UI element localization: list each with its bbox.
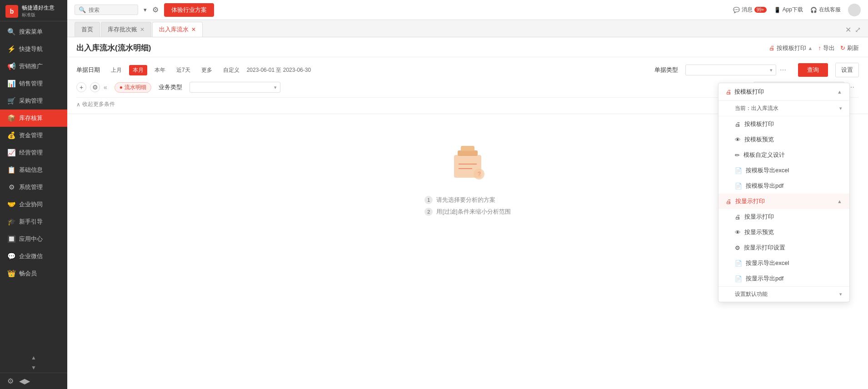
display-print-icon: 🖨 xyxy=(735,214,741,220)
dropdown-header: 🖨 按模板打印 ▲ xyxy=(718,83,849,101)
biz-type-select[interactable] xyxy=(190,82,280,93)
settings-btn[interactable]: 设置 xyxy=(835,63,859,77)
date-btn-custom[interactable]: 自定义 xyxy=(219,65,243,75)
tab-home-label: 首页 xyxy=(81,25,93,34)
doc-type-more[interactable]: ⋯ xyxy=(780,66,786,74)
sidebar-inventory-label: 库存核算 xyxy=(19,114,43,122)
dropdown-template-preview[interactable]: 👁 按模板预览 xyxy=(718,132,849,147)
filter-row-1: 单据日期 上月 本月 本年 近7天 更多 自定义 2023-06-01 至 20… xyxy=(76,63,859,77)
condition-settings-btn[interactable]: ⚙ xyxy=(90,82,100,92)
filter-tag-flow[interactable]: ● 流水明细 xyxy=(115,82,151,93)
dropdown-template-export-excel[interactable]: 📄 按模板导出excel xyxy=(718,163,849,178)
content-area: 出入库流水(流水明细) 🖨 按模板打印 ▲ ↑ 导出 ↻ 刷新 xyxy=(67,37,868,389)
dropdown-print-icon: 🖨 xyxy=(726,89,732,95)
dropdown-template-export-pdf[interactable]: 📄 按模板导出pdf xyxy=(718,178,849,194)
date-btn-7days[interactable]: 近7天 xyxy=(173,65,194,75)
filter-tag-icon: ● xyxy=(120,84,123,90)
dropdown-display-settings[interactable]: ⚙ 按显示打印设置 xyxy=(718,240,849,255)
sidebar-item-marketing[interactable]: 📢营销推广 xyxy=(0,58,67,75)
current-chevron[interactable]: ▾ xyxy=(839,105,842,111)
biz-type-select-wrap xyxy=(190,82,280,93)
collapse-icon[interactable]: ◀▶ xyxy=(19,377,30,385)
dropdown-display-section[interactable]: 🖨 按显示打印 ▲ xyxy=(718,194,849,209)
app-name: 畅捷通好生意 xyxy=(22,5,55,12)
sidebar-system-label: 系统管理 xyxy=(19,183,43,191)
add-condition-btn[interactable]: + xyxy=(76,82,86,92)
date-btn-this-month[interactable]: 本月 xyxy=(129,65,147,75)
template-export-excel-label: 按模板导出excel xyxy=(746,166,789,175)
template-preview-label: 按模板预览 xyxy=(744,135,774,144)
sidebar-item-purchase[interactable]: 🛒采购管理 xyxy=(0,92,67,110)
tab-flow-close[interactable]: ✕ xyxy=(191,26,196,33)
dropdown-header-chevron[interactable]: ▲ xyxy=(837,89,842,95)
sidebar-purchase-icon: 🛒 xyxy=(7,97,15,105)
sidebar-finance-label: 资金管理 xyxy=(19,131,43,140)
tab-expand[interactable]: ⤢ xyxy=(855,25,861,34)
app-download-btn[interactable]: 📱 App下载 xyxy=(774,6,803,14)
sidebar-guide-icon: 🎓 xyxy=(7,218,15,226)
template-preview-icon: 👁 xyxy=(735,136,741,143)
date-btn-last-month[interactable]: 上月 xyxy=(107,65,125,75)
footer-chevron: ▾ xyxy=(839,291,842,297)
sidebar-item-sales[interactable]: 📊销售管理 xyxy=(0,75,67,92)
topbar-gear-icon[interactable]: ⚙ xyxy=(152,5,159,14)
sidebar-item-inventory[interactable]: 📦库存核算 xyxy=(0,110,67,127)
sidebar-operations-label: 经营管理 xyxy=(19,149,43,157)
sidebar-item-operations[interactable]: 📈经营管理 xyxy=(0,144,67,161)
date-btn-this-year[interactable]: 本年 xyxy=(151,65,169,75)
collapse-arrow-icon: ∧ xyxy=(76,101,80,108)
dropdown-template-print[interactable]: 🖨 按模板打印 xyxy=(718,116,849,132)
display-settings-icon: ⚙ xyxy=(735,244,740,251)
dropdown-display-excel[interactable]: 📄 按显示导出excel xyxy=(718,255,849,271)
print-template-btn[interactable]: 🖨 按模板打印 ▲ xyxy=(769,44,813,52)
dropdown-template-custom[interactable]: ✏ 模板自定义设计 xyxy=(718,147,849,163)
search-box[interactable]: 🔍 xyxy=(75,5,138,15)
refresh-btn[interactable]: ↻ 刷新 xyxy=(840,44,859,52)
messages-label: 消息 xyxy=(742,6,753,14)
display-preview-icon: 👁 xyxy=(735,229,741,236)
tab-flow[interactable]: 出入库流水 ✕ xyxy=(152,22,203,37)
display-section-chevron[interactable]: ▲ xyxy=(837,199,842,204)
sidebar-item-guide[interactable]: 🎓新手引导 xyxy=(0,213,67,230)
filter-add-btns: + ⚙ « xyxy=(76,82,107,92)
sidebar-item-system[interactable]: ⚙系统管理 xyxy=(0,179,67,196)
tab-batch-close[interactable]: ✕ xyxy=(140,26,145,33)
user-avatar[interactable] xyxy=(848,4,861,16)
tab-home[interactable]: 首页 xyxy=(75,22,100,37)
sidebar-item-collab[interactable]: 🤝企业协同 xyxy=(0,196,67,213)
sidebar-item-finance[interactable]: 💰资金管理 xyxy=(0,127,67,144)
sidebar-item-quick-nav[interactable]: ⚡快捷导航 xyxy=(0,40,67,58)
dropdown-display-pdf[interactable]: 📄 按显示导出pdf xyxy=(718,271,849,286)
settings-icon[interactable]: ⚙ xyxy=(7,377,14,385)
industry-btn[interactable]: 体验行业方案 xyxy=(164,3,214,17)
tip-num-2: 2 xyxy=(424,208,433,216)
export-btn[interactable]: ↑ 导出 xyxy=(818,44,835,52)
sidebar-wechat-label: 企业微信 xyxy=(19,252,43,260)
dropdown-display-preview[interactable]: 👁 按显示预览 xyxy=(718,224,849,240)
sidebar-item-vip[interactable]: 👑畅会员 xyxy=(0,265,67,282)
doc-type-select[interactable] xyxy=(685,65,776,75)
messages-btn[interactable]: 💬 消息 99+ xyxy=(733,6,767,14)
print-template-label: 按模板打印 xyxy=(777,44,806,52)
tab-close-all[interactable]: ✕ xyxy=(845,25,851,34)
date-btn-more[interactable]: 更多 xyxy=(198,65,216,75)
page-header: 出入库流水(流水明细) 🖨 按模板打印 ▲ ↑ 导出 ↻ 刷新 xyxy=(67,37,868,57)
template-custom-label: 模板自定义设计 xyxy=(743,151,785,159)
tab-flow-label: 出入库流水 xyxy=(159,25,189,34)
sidebar-item-apps[interactable]: 🔲应用中心 xyxy=(0,230,67,248)
dropdown-display-print[interactable]: 🖨 按显示打印 xyxy=(718,209,849,224)
topbar-dropdown-arrow[interactable]: ▾ xyxy=(144,6,147,13)
sidebar-item-search[interactable]: 🔍搜索菜单 xyxy=(0,23,67,40)
search-input[interactable] xyxy=(89,7,134,13)
svg-text:?: ? xyxy=(478,171,481,177)
sidebar-quick-nav-label: 快捷导航 xyxy=(19,45,43,53)
online-service-btn[interactable]: 🎧 在线客服 xyxy=(810,6,841,14)
query-btn[interactable]: 查询 xyxy=(798,63,828,77)
collapse-conditions-btn[interactable]: « xyxy=(104,84,107,91)
sidebar-item-basic[interactable]: 📋基础信息 xyxy=(0,161,67,179)
sidebar-scroll-up[interactable]: ▲ xyxy=(0,353,67,363)
sidebar-scroll-down[interactable]: ▼ xyxy=(0,363,67,373)
sidebar-item-wechat[interactable]: 💬企业微信 xyxy=(0,248,67,265)
dropdown-footer[interactable]: 设置默认功能 ▾ xyxy=(718,286,849,302)
tab-batch[interactable]: 库存批次账 ✕ xyxy=(101,22,151,37)
